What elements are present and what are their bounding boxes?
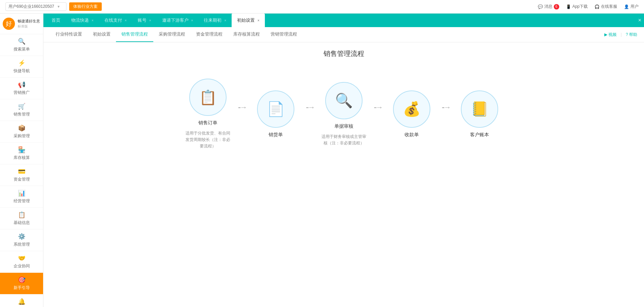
nav-tab-3[interactable]: 账号× bbox=[132, 14, 157, 27]
sidebar-icon-6: 💳 bbox=[18, 168, 25, 175]
nav-tab-1[interactable]: 物流快递× bbox=[66, 14, 99, 27]
nav-tab-6[interactable]: 初始设置× bbox=[232, 14, 265, 27]
sidebar-label-5: 库存核算 bbox=[14, 155, 30, 161]
user-name-label: 用户 bbox=[630, 4, 639, 9]
sub-tab-actions: ▶ 视频 | ? 帮助 bbox=[604, 32, 637, 38]
sidebar-item-采购管理[interactable]: 📦采购管理 bbox=[0, 121, 43, 143]
user-selector[interactable]: 用户690企业1660120507 ▼ bbox=[5, 2, 66, 11]
sidebar-label-6: 资金管理 bbox=[14, 177, 30, 182]
nav-tab-4[interactable]: 邀请下游客户× bbox=[157, 14, 199, 27]
sidebar-icon-10: 🤝 bbox=[18, 254, 25, 262]
flow-circle-3[interactable]: 💰 bbox=[393, 90, 430, 128]
sub-tab-6[interactable]: 营销管理流程 bbox=[265, 27, 303, 42]
nav-tab-close-1[interactable]: × bbox=[92, 19, 94, 22]
message-label: 消息 bbox=[544, 4, 552, 9]
message-item[interactable]: 💬 消息 6 bbox=[538, 4, 559, 9]
flow-node-2: 🔍单据审核适用于财务审核或主管审核（注：非必要流程） bbox=[317, 82, 371, 146]
video-label: 视频 bbox=[608, 32, 617, 38]
sidebar-icon-3: 🛒 bbox=[18, 103, 25, 110]
sidebar-item-应用中心[interactable]: 🔔应用中心 bbox=[0, 294, 43, 307]
dropdown-arrow-icon: ▼ bbox=[57, 5, 60, 8]
sidebar-icon-9: ⚙️ bbox=[18, 233, 25, 240]
sub-tab-label-4: 资金管理流程 bbox=[196, 32, 222, 37]
sidebar-label-1: 快捷导航 bbox=[14, 68, 30, 74]
nav-tab-label-6: 初始设置 bbox=[237, 17, 255, 23]
sidebar-icon-7: 📊 bbox=[18, 189, 25, 197]
sidebar-label-8: 基础信息 bbox=[14, 220, 30, 226]
help-icon: ? bbox=[626, 32, 628, 37]
sub-tab-5[interactable]: 库存核算流程 bbox=[228, 27, 265, 42]
nav-tab-close-5[interactable]: × bbox=[224, 19, 226, 22]
user-avatar-item[interactable]: 👤 用户 bbox=[624, 4, 639, 9]
sidebar-item-快捷导航[interactable]: ⚡快捷导航 bbox=[0, 56, 43, 78]
trial-button[interactable]: 体验行业方案 bbox=[69, 2, 102, 11]
flow-icon-4: 📒 bbox=[471, 101, 488, 117]
sub-tab-2[interactable]: 销售管理流程 bbox=[116, 27, 153, 42]
divider: | bbox=[621, 32, 622, 37]
flow-icon-3: 💰 bbox=[403, 101, 421, 117]
message-icon: 💬 bbox=[538, 4, 543, 9]
flow-label-4: 客户账本 bbox=[470, 132, 489, 138]
flow-node-3: 💰收款单 bbox=[385, 90, 439, 138]
sub-tab-label-0: 行业特性设置 bbox=[56, 32, 82, 37]
flow-node-4: 📒客户账本 bbox=[452, 90, 507, 138]
sidebar-item-资金管理[interactable]: 💳资金管理 bbox=[0, 164, 43, 186]
nav-tab-close-2[interactable]: × bbox=[125, 19, 127, 22]
nav-tab-close-6[interactable]: × bbox=[257, 19, 259, 22]
flow-circle-1[interactable]: 📄 bbox=[257, 90, 294, 128]
nav-tab-close-3[interactable]: × bbox=[149, 19, 151, 22]
logo-icon: 好 bbox=[3, 18, 15, 30]
flow-icon-1: 📄 bbox=[267, 101, 285, 117]
nav-tab-close-4[interactable]: × bbox=[191, 19, 193, 22]
sidebar-item-系统管理[interactable]: ⚙️系统管理 bbox=[0, 229, 43, 251]
sidebar-item-营销推广[interactable]: 📢营销推广 bbox=[0, 78, 43, 99]
flow-circle-0[interactable]: 📋 bbox=[189, 79, 227, 116]
nav-tab-2[interactable]: 在线支付× bbox=[99, 14, 132, 27]
sidebar-label-7: 经营管理 bbox=[14, 198, 30, 204]
nav-tab-0[interactable]: 首页 bbox=[46, 14, 66, 27]
app-icon: 📱 bbox=[566, 4, 571, 9]
nav-tab-label-0: 首页 bbox=[52, 17, 60, 23]
online-service-item[interactable]: 🎧 在线客服 bbox=[594, 4, 617, 9]
sub-tab-1[interactable]: 初始设置 bbox=[87, 27, 116, 42]
flow-desc-0: 适用于分批发货、有合同发货周期较长（注：非必要流程） bbox=[184, 130, 232, 150]
help-label: 帮助 bbox=[629, 32, 637, 38]
user-label: 用户690企业1660120507 bbox=[8, 4, 54, 9]
sidebar-item-新手引导[interactable]: 🎯新手引导 bbox=[0, 273, 43, 294]
sub-tab-4[interactable]: 资金管理流程 bbox=[191, 27, 228, 42]
sidebar-item-经营管理[interactable]: 📊经营管理 bbox=[0, 186, 43, 208]
help-action[interactable]: ? 帮助 bbox=[626, 32, 637, 38]
flow-circle-4[interactable]: 📒 bbox=[461, 90, 498, 128]
nav-tab-5[interactable]: 往来期初× bbox=[198, 14, 232, 27]
nav-tabs: 首页物流快递×在线支付×账号×邀请下游客户×往来期初×初始设置× × bbox=[43, 14, 644, 27]
sidebar-label-9: 系统管理 bbox=[14, 242, 30, 247]
video-action[interactable]: ▶ 视频 bbox=[604, 32, 617, 38]
flow-circle-2[interactable]: 🔍 bbox=[325, 82, 363, 119]
headset-icon: 🎧 bbox=[594, 4, 600, 9]
sub-tab-0[interactable]: 行业特性设置 bbox=[50, 27, 87, 42]
sub-tab-label-3: 采购管理流程 bbox=[159, 32, 185, 37]
top-bar-right: 💬 消息 6 📱 App下载 🎧 在线客服 👤 用户 bbox=[538, 4, 639, 9]
sidebar-item-搜索菜单[interactable]: 🔍搜索菜单 bbox=[0, 34, 43, 56]
nav-tab-label-3: 账号 bbox=[138, 17, 147, 23]
close-all-tabs-button[interactable]: × bbox=[638, 17, 641, 23]
sidebar-item-企业协同[interactable]: 🤝企业协同 bbox=[0, 251, 43, 273]
page-title: 销售管理流程 bbox=[50, 49, 637, 58]
sub-tab-3[interactable]: 采购管理流程 bbox=[153, 27, 191, 42]
flow-node-1: 📄销货单 bbox=[249, 90, 303, 138]
sidebar-items-list: 🔍搜索菜单⚡快捷导航📢营销推广🛒销售管理📦采购管理🏪库存核算💳资金管理📊经营管理… bbox=[0, 34, 43, 307]
app-download-item[interactable]: 📱 App下载 bbox=[566, 4, 588, 9]
sidebar-item-销售管理[interactable]: 🛒销售管理 bbox=[0, 99, 43, 121]
sidebar-item-库存核算[interactable]: 🏪库存核算 bbox=[0, 143, 43, 164]
top-bar: 用户690企业1660120507 ▼ 体验行业方案 💬 消息 6 📱 App下… bbox=[0, 0, 644, 14]
flow-arrow-0: ···→ bbox=[238, 103, 246, 125]
logo-text-block: 畅捷通好生意 标准版 bbox=[18, 19, 40, 28]
sidebar-item-基础信息[interactable]: 📋基础信息 bbox=[0, 208, 43, 229]
avatar-icon: 👤 bbox=[624, 4, 629, 9]
logo-sub: 标准版 bbox=[18, 24, 40, 29]
sidebar-label-0: 搜索菜单 bbox=[14, 46, 30, 52]
sidebar-icon-0: 🔍 bbox=[18, 38, 25, 45]
sidebar: 好 畅捷通好生意 标准版 🔍搜索菜单⚡快捷导航📢营销推广🛒销售管理📦采购管理🏪库… bbox=[0, 14, 43, 307]
video-icon: ▶ bbox=[604, 32, 607, 37]
sub-tab-label-5: 库存核算流程 bbox=[233, 32, 260, 37]
